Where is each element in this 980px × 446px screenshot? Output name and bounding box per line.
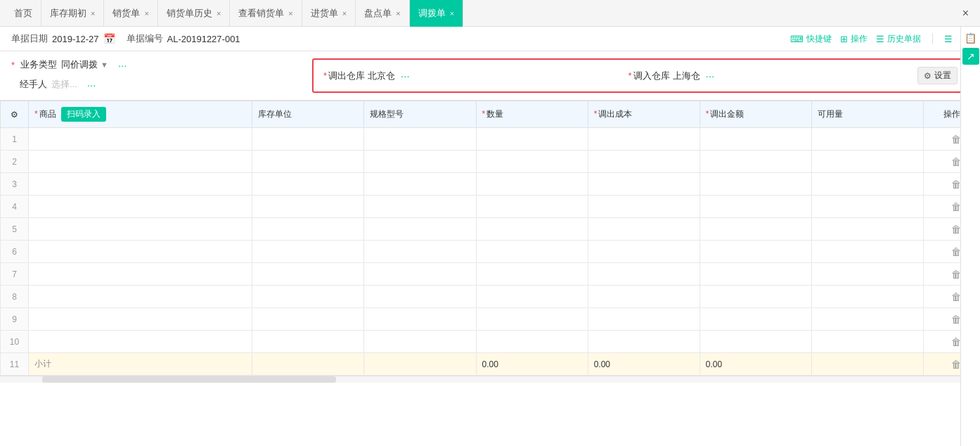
cell-product-4[interactable] bbox=[29, 196, 252, 218]
tab-purchase[interactable]: 进货单 × bbox=[302, 0, 356, 27]
cell-unit-10[interactable] bbox=[252, 331, 364, 353]
out-warehouse-more[interactable]: ··· bbox=[401, 70, 410, 82]
cell-amount-10[interactable] bbox=[699, 331, 811, 353]
cell-amount-1[interactable] bbox=[699, 128, 811, 151]
cell-product-8[interactable] bbox=[29, 286, 252, 308]
business-type-select[interactable]: 同价调拨 ▼ bbox=[61, 58, 108, 71]
cell-available-6[interactable] bbox=[811, 241, 923, 263]
cell-spec-8[interactable] bbox=[364, 286, 476, 308]
cell-available-8[interactable] bbox=[811, 286, 923, 308]
business-type-more[interactable]: ··· bbox=[118, 59, 127, 71]
settings-button[interactable]: ⚙ 设置 bbox=[917, 67, 958, 84]
cell-unit-3[interactable] bbox=[252, 173, 364, 196]
cell-unit-1[interactable] bbox=[252, 128, 364, 151]
cell-amount-8[interactable] bbox=[699, 286, 811, 308]
cell-cost-9[interactable] bbox=[588, 308, 699, 331]
sidebar-expand-btn[interactable]: ↗ bbox=[962, 48, 979, 65]
cell-cost-7[interactable] bbox=[588, 263, 699, 286]
gear-settings-icon[interactable]: ⚙ bbox=[11, 110, 18, 120]
cell-qty-6[interactable] bbox=[476, 241, 588, 263]
delete-icon-6[interactable]: 🗑 bbox=[951, 246, 961, 257]
cell-qty-7[interactable] bbox=[476, 263, 588, 286]
cell-product-7[interactable] bbox=[29, 263, 252, 286]
cell-cost-8[interactable] bbox=[588, 286, 699, 308]
close-tab-sales-order[interactable]: × bbox=[144, 9, 148, 18]
cell-available-5[interactable] bbox=[811, 218, 923, 241]
close-all-tabs[interactable]: × bbox=[957, 7, 974, 20]
cell-qty-4[interactable] bbox=[476, 196, 588, 218]
shortcuts-btn[interactable]: ⌨ 快捷键 bbox=[790, 33, 832, 45]
cell-amount-4[interactable] bbox=[699, 196, 811, 218]
cell-cost-4[interactable] bbox=[588, 196, 699, 218]
cell-cost-5[interactable] bbox=[588, 218, 699, 241]
calendar-icon[interactable]: 📅 bbox=[103, 33, 115, 44]
cell-spec-7[interactable] bbox=[364, 263, 476, 286]
cell-unit-5[interactable] bbox=[252, 218, 364, 241]
tab-stocktake[interactable]: 盘点单 × bbox=[356, 0, 409, 27]
delete-icon-11[interactable]: 🗑 bbox=[951, 359, 961, 370]
cell-spec-4[interactable] bbox=[364, 196, 476, 218]
cell-available-4[interactable] bbox=[811, 196, 923, 218]
cell-unit-9[interactable] bbox=[252, 308, 364, 331]
tab-sales-order[interactable]: 销货单 × bbox=[104, 0, 157, 27]
cell-available-1[interactable] bbox=[811, 128, 923, 151]
delete-icon-10[interactable]: 🗑 bbox=[951, 336, 961, 348]
close-tab-sales-history[interactable]: × bbox=[217, 9, 221, 18]
cell-available-3[interactable] bbox=[811, 173, 923, 196]
cell-amount-3[interactable] bbox=[699, 173, 811, 196]
cell-available-7[interactable] bbox=[811, 263, 923, 286]
cell-cost-10[interactable] bbox=[588, 331, 699, 353]
cell-amount-6[interactable] bbox=[699, 241, 811, 263]
cell-product-3[interactable] bbox=[29, 173, 252, 196]
cell-spec-3[interactable] bbox=[364, 173, 476, 196]
in-warehouse-value[interactable]: 上海仓 bbox=[673, 70, 700, 82]
delete-icon-7[interactable]: 🗑 bbox=[951, 269, 961, 280]
cell-cost-1[interactable] bbox=[588, 128, 699, 151]
delete-icon-1[interactable]: 🗑 bbox=[951, 134, 961, 145]
history-btn[interactable]: ☰ 历史单据 bbox=[876, 33, 921, 45]
handler-value[interactable]: 选择... bbox=[51, 78, 77, 91]
cell-available-9[interactable] bbox=[811, 308, 923, 331]
delete-icon-9[interactable]: 🗑 bbox=[951, 314, 961, 325]
cell-spec-2[interactable] bbox=[364, 151, 476, 173]
tab-transfer[interactable]: 调拨单 × bbox=[410, 0, 463, 27]
tab-sales-history[interactable]: 销货单历史 × bbox=[158, 0, 230, 27]
delete-icon-3[interactable]: 🗑 bbox=[951, 179, 961, 190]
list-view-icon[interactable]: ☰ bbox=[944, 34, 953, 44]
scan-barcode-btn[interactable]: 扫码录入 bbox=[61, 107, 106, 122]
cell-spec-6[interactable] bbox=[364, 241, 476, 263]
cell-product-2[interactable] bbox=[29, 151, 252, 173]
delete-icon-5[interactable]: 🗑 bbox=[951, 224, 961, 235]
cell-qty-9[interactable] bbox=[476, 308, 588, 331]
cell-qty-3[interactable] bbox=[476, 173, 588, 196]
cell-spec-9[interactable] bbox=[364, 308, 476, 331]
cell-spec-1[interactable] bbox=[364, 128, 476, 151]
close-tab-view-sales[interactable]: × bbox=[288, 9, 292, 18]
cell-cost-6[interactable] bbox=[588, 241, 699, 263]
cell-product-9[interactable] bbox=[29, 308, 252, 331]
cell-spec-10[interactable] bbox=[364, 331, 476, 353]
close-tab-purchase[interactable]: × bbox=[342, 9, 347, 18]
cell-cost-3[interactable] bbox=[588, 173, 699, 196]
tab-view-sales[interactable]: 查看销货单 × bbox=[230, 0, 302, 27]
cell-amount-2[interactable] bbox=[699, 151, 811, 173]
delete-icon-4[interactable]: 🗑 bbox=[951, 201, 961, 212]
out-warehouse-value[interactable]: 北京仓 bbox=[368, 70, 395, 82]
cell-product-6[interactable] bbox=[29, 241, 252, 263]
cell-unit-7[interactable] bbox=[252, 263, 364, 286]
cell-qty-10[interactable] bbox=[476, 331, 588, 353]
cell-qty-2[interactable] bbox=[476, 151, 588, 173]
scroll-thumb[interactable] bbox=[42, 376, 336, 383]
th-gear[interactable]: ⚙ bbox=[1, 101, 29, 128]
operations-btn[interactable]: ⊞ 操作 bbox=[840, 33, 868, 45]
tab-inventory-init[interactable]: 库存期初 × bbox=[41, 0, 104, 27]
cell-amount-9[interactable] bbox=[699, 308, 811, 331]
handler-more[interactable]: ··· bbox=[87, 79, 96, 91]
cell-qty-1[interactable] bbox=[476, 128, 588, 151]
cell-available-10[interactable] bbox=[811, 331, 923, 353]
close-tab-stocktake[interactable]: × bbox=[396, 9, 400, 18]
sidebar-notes-btn[interactable]: 📋 bbox=[962, 30, 979, 46]
cell-unit-4[interactable] bbox=[252, 196, 364, 218]
tab-home[interactable]: 首页 bbox=[6, 0, 41, 27]
cell-qty-8[interactable] bbox=[476, 286, 588, 308]
